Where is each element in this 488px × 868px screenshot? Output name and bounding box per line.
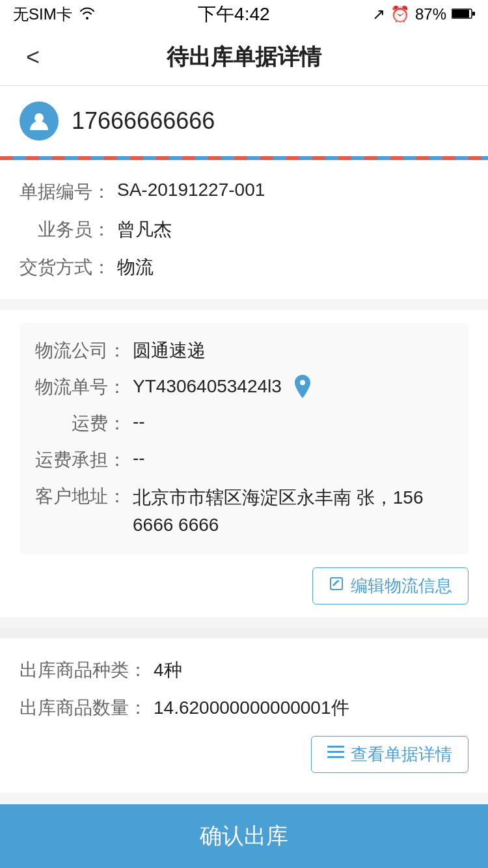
product-quantity-row: 出库商品数量： 14.620000000000001件 bbox=[20, 696, 468, 720]
logistics-company-row: 物流公司： 圆通速递 bbox=[35, 338, 453, 363]
svg-rect-5 bbox=[327, 746, 344, 748]
freight-row: 运费： -- bbox=[35, 411, 453, 436]
detail-btn-row: 查看单据详情 bbox=[20, 736, 468, 773]
svg-rect-2 bbox=[472, 12, 475, 16]
status-bar: 无SIM卡 下午4:42 ↗ ⏰ 87% bbox=[0, 0, 488, 29]
logistics-section: 物流公司： 圆通速递 物流单号： YT43064053424l3 运费： -- bbox=[0, 310, 488, 617]
customer-header: 17666666666 bbox=[0, 86, 488, 156]
svg-rect-6 bbox=[327, 751, 344, 753]
document-number-label: 单据编号： bbox=[20, 180, 117, 204]
delivery-method-label: 交货方式： bbox=[20, 255, 117, 280]
freight-value: -- bbox=[133, 411, 453, 432]
alarm-icon: ⏰ bbox=[390, 5, 410, 23]
wifi-icon bbox=[79, 5, 96, 23]
confirm-button-label: 确认出库 bbox=[200, 821, 288, 851]
freight-bear-value: -- bbox=[133, 448, 453, 468]
section-divider bbox=[0, 628, 488, 638]
svg-point-3 bbox=[34, 113, 44, 122]
map-pin-icon[interactable] bbox=[291, 375, 314, 398]
product-types-label: 出库商品种类： bbox=[20, 658, 154, 683]
address-label: 客户地址： bbox=[35, 484, 133, 509]
freight-bear-row: 运费承担： -- bbox=[35, 448, 453, 472]
document-number-value: SA-20191227-001 bbox=[117, 180, 468, 200]
status-right: ↗ ⏰ 87% bbox=[372, 5, 475, 23]
edit-logistics-label: 编辑物流信息 bbox=[351, 575, 452, 597]
tracking-number-value: YT43064053424l3 bbox=[133, 375, 314, 398]
delivery-method-value: 物流 bbox=[117, 255, 468, 280]
edit-logistics-button[interactable]: 编辑物流信息 bbox=[312, 567, 468, 604]
svg-rect-1 bbox=[452, 10, 469, 18]
customer-phone: 17666666666 bbox=[72, 107, 215, 135]
product-quantity-value: 14.620000000000001件 bbox=[154, 696, 468, 720]
sim-status: 无SIM卡 bbox=[13, 4, 72, 25]
page-title: 待出库单据详情 bbox=[167, 42, 321, 72]
address-value: 北京市市辖区海淀区永丰南 张，156 6666 6666 bbox=[133, 484, 453, 539]
tracking-number-label: 物流单号： bbox=[35, 375, 133, 400]
logistics-company-label: 物流公司： bbox=[35, 338, 133, 363]
freight-label: 运费： bbox=[35, 411, 133, 436]
list-icon bbox=[327, 744, 344, 765]
avatar bbox=[20, 102, 59, 141]
address-row: 客户地址： 北京市市辖区海淀区永丰南 张，156 6666 6666 bbox=[35, 484, 453, 539]
product-types-row: 出库商品种类： 4种 bbox=[20, 658, 468, 683]
product-quantity-label: 出库商品数量： bbox=[20, 696, 154, 720]
sales-person-row: 业务员： 曾凡杰 bbox=[20, 217, 468, 242]
view-detail-label: 查看单据详情 bbox=[351, 743, 452, 766]
battery-icon bbox=[452, 5, 475, 23]
logistics-company-value: 圆通速递 bbox=[133, 338, 453, 363]
nav-bar: < 待出库单据详情 bbox=[0, 29, 488, 86]
tracking-number-row: 物流单号： YT43064053424l3 bbox=[35, 375, 453, 400]
sales-person-value: 曾凡杰 bbox=[117, 217, 468, 242]
product-types-value: 4种 bbox=[154, 658, 468, 683]
document-number-row: 单据编号： SA-20191227-001 bbox=[20, 180, 468, 204]
freight-bear-label: 运费承担： bbox=[35, 448, 133, 472]
back-button[interactable]: < bbox=[20, 37, 46, 77]
view-detail-button[interactable]: 查看单据详情 bbox=[311, 736, 468, 773]
summary-section: 出库商品种类： 4种 出库商品数量： 14.620000000000001件 查… bbox=[0, 638, 488, 793]
battery-text: 87% bbox=[415, 5, 446, 23]
delivery-method-row: 交货方式： 物流 bbox=[20, 255, 468, 280]
svg-rect-7 bbox=[327, 756, 344, 758]
base-info-section: 单据编号： SA-20191227-001 业务员： 曾凡杰 交货方式： 物流 bbox=[0, 160, 488, 299]
main-content: 17666666666 单据编号： SA-20191227-001 业务员： 曾… bbox=[0, 86, 488, 868]
status-left: 无SIM卡 bbox=[13, 4, 96, 25]
sales-person-label: 业务员： bbox=[20, 217, 117, 242]
status-time: 下午4:42 bbox=[198, 2, 270, 27]
logistics-card: 物流公司： 圆通速递 物流单号： YT43064053424l3 运费： -- bbox=[20, 323, 468, 554]
edit-icon bbox=[329, 576, 344, 596]
confirm-bar[interactable]: 确认出库 bbox=[0, 804, 488, 868]
edit-btn-row: 编辑物流信息 bbox=[20, 567, 468, 604]
location-status-icon: ↗ bbox=[372, 5, 385, 23]
